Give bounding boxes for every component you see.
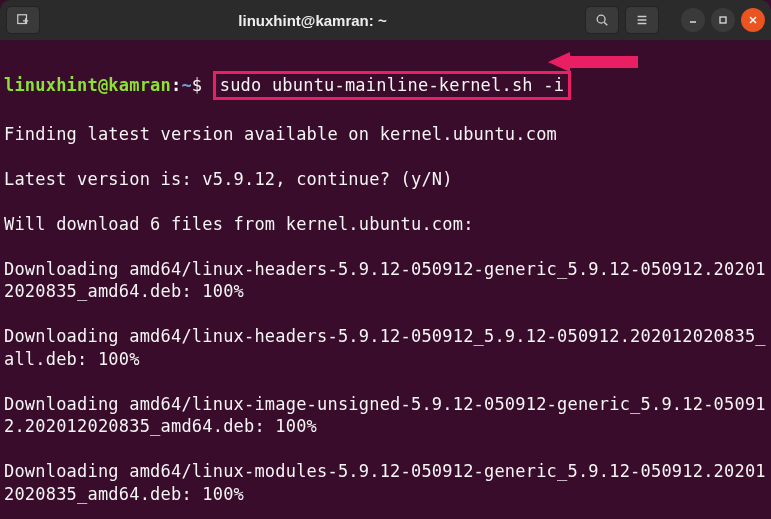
menu-button[interactable] [625, 6, 659, 34]
prompt-path: ~ [181, 75, 191, 95]
prompt-line-1: linuxhint@kamran:~$ sudo ubuntu-mainline… [4, 71, 767, 101]
window-title: linuxhint@kamran: ~ [46, 12, 579, 29]
close-icon [748, 15, 758, 25]
minimize-button[interactable] [681, 8, 705, 32]
new-tab-icon [16, 13, 30, 27]
output-line: Finding latest version available on kern… [4, 123, 767, 146]
svg-line-4 [604, 22, 607, 25]
new-tab-button[interactable] [6, 6, 40, 34]
maximize-button[interactable] [711, 8, 735, 32]
output-line: Will download 6 files from kernel.ubuntu… [4, 213, 767, 236]
close-button[interactable] [741, 8, 765, 32]
svg-point-3 [597, 15, 605, 23]
titlebar: linuxhint@kamran: ~ [0, 0, 771, 40]
prompt-user: linuxhint@kamran [4, 75, 171, 95]
output-line: Downloading amd64/linux-image-unsigned-5… [4, 393, 767, 438]
output-line: Latest version is: v5.9.12, continue? (y… [4, 168, 767, 191]
minimize-icon [688, 15, 698, 25]
output-line: Downloading amd64/linux-headers-5.9.12-0… [4, 325, 767, 370]
output-line: Downloading amd64/linux-modules-5.9.12-0… [4, 460, 767, 505]
hamburger-icon [635, 13, 649, 27]
annotation-arrow [548, 52, 638, 72]
search-button[interactable] [585, 6, 619, 34]
command-highlighted: sudo ubuntu-mainline-kernel.sh -i [213, 71, 571, 101]
search-icon [595, 13, 609, 27]
arrow-tail [570, 56, 638, 68]
maximize-icon [718, 15, 728, 25]
prompt-sep: : [171, 75, 181, 95]
svg-rect-9 [720, 17, 726, 23]
arrow-left-icon [548, 52, 570, 72]
terminal-area[interactable]: linuxhint@kamran:~$ sudo ubuntu-mainline… [0, 40, 771, 519]
output-line: Downloading amd64/linux-headers-5.9.12-0… [4, 258, 767, 303]
prompt-dollar: $ [192, 75, 202, 95]
